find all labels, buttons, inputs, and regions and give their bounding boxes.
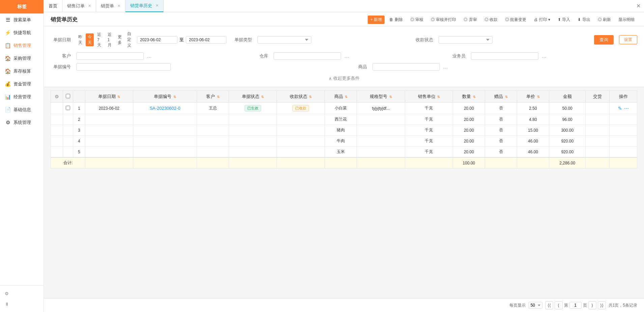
date-shortcut-7days[interactable]: 近7天	[95, 31, 104, 49]
collapse-arrow-icon: ∧	[329, 76, 332, 81]
customer-input[interactable]	[76, 52, 144, 60]
more-icon[interactable]: ⋯	[624, 106, 629, 111]
tab-sales-order-close[interactable]: ✕	[88, 4, 91, 8]
col-sales-unit[interactable]: 销售单位 ⇅	[405, 91, 453, 103]
payment-status-select[interactable]	[439, 36, 493, 44]
gear-icon[interactable]: ⚙	[55, 94, 59, 99]
sidebar-item-basic-info[interactable]: 📄 基础信息	[0, 103, 44, 116]
sidebar-item-inventory-calc[interactable]: 🏠 库存核算	[0, 65, 44, 78]
delete-button[interactable]: 🗑 删除	[387, 16, 405, 24]
cell-check[interactable]	[63, 125, 73, 136]
col-spec-type[interactable]: 规格型号 ⇅	[357, 91, 405, 103]
salesperson-input[interactable]	[471, 52, 538, 60]
doc-no-control	[76, 63, 341, 71]
tab-sales-goods-close[interactable]: ✕	[117, 4, 120, 8]
date-shortcut-1month[interactable]: 近1月	[106, 31, 115, 49]
export-button[interactable]: ⬇ 导出	[575, 16, 593, 24]
sidebar-item-search-menu[interactable]: ☰ 搜索菜单	[0, 14, 44, 26]
receive-button[interactable]: ◎ 收款	[482, 16, 500, 24]
tab-sales-history[interactable]: 销货单历史 ✕	[125, 0, 164, 12]
sidebar-item-purchase-mgmt[interactable]: 🏠 采购管理	[0, 52, 44, 65]
collapse-label: 收起更多条件	[333, 75, 360, 81]
sidebar-item-quick-nav[interactable]: ⚡ 快捷导航	[0, 26, 44, 39]
cell-customer	[197, 125, 229, 136]
page-size-select[interactable]: 50	[528, 302, 542, 309]
salesperson-dots[interactable]: ...	[540, 53, 548, 59]
page-last-button[interactable]: ⟩⟩	[598, 301, 606, 309]
summary-empty-12	[610, 157, 637, 168]
tab-sales-history-close[interactable]: ✕	[156, 3, 159, 8]
audit-print-button[interactable]: ◎ 审核并打印	[428, 16, 459, 24]
date-shortcut-more[interactable]: 更多	[116, 33, 124, 46]
date-end-input[interactable]	[186, 36, 226, 44]
query-button[interactable]: 查询	[594, 35, 614, 45]
cell-check[interactable]	[63, 114, 73, 125]
sidebar-item-sales-mgmt[interactable]: 📋 销售管理	[0, 39, 44, 52]
col-goods[interactable]: 商品 ⇅	[325, 91, 357, 103]
tabbar-right: ✕	[636, 3, 644, 9]
col-quantity[interactable]: 数量 ⇅	[453, 91, 485, 103]
sidebar-item-label: 资金管理	[13, 81, 31, 87]
date-shortcut-today[interactable]: 今天	[86, 33, 94, 46]
page-first-button[interactable]: ⟨⟨	[545, 301, 553, 309]
settings-button[interactable]: 设置	[619, 35, 637, 44]
summary-label: 合计:	[51, 157, 85, 168]
col-unit-price[interactable]: 单价 ⇅	[517, 91, 549, 103]
sidebar-item-system-mgmt[interactable]: ⚙ 系统管理	[0, 116, 44, 129]
import-button[interactable]: ⬆ 导入	[555, 16, 573, 24]
new-button[interactable]: + 新增	[368, 16, 385, 24]
sidebar-bottom-pause[interactable]: ⏸	[0, 299, 44, 309]
payment-status-badge: 已收款	[292, 105, 309, 111]
date-shortcut-custom[interactable]: 自定义	[125, 30, 135, 49]
page-next-button[interactable]: ⟩	[588, 301, 596, 309]
edit-icon[interactable]: ✎	[618, 106, 622, 111]
goods-input[interactable]	[372, 63, 440, 71]
sort-icon-qty: ⇅	[473, 95, 476, 99]
cell-sales-unit: 千克	[405, 103, 453, 114]
batch-change-button[interactable]: ◎ 批量变更	[502, 16, 529, 24]
doc-type-select[interactable]	[257, 36, 311, 44]
finance-mgmt-icon: 💰	[5, 81, 11, 87]
col-doc-date[interactable]: 单据日期 ⇅	[85, 91, 133, 103]
check-all[interactable]	[66, 94, 70, 98]
doc-no-input[interactable]	[76, 63, 171, 71]
cell-goods: 玉米	[325, 147, 357, 158]
row-checkbox[interactable]	[66, 106, 70, 110]
col-gift[interactable]: 赠品 ⇅	[485, 91, 517, 103]
cell-check[interactable]	[63, 103, 73, 114]
tab-sales-order[interactable]: 销售订单 ✕	[62, 0, 96, 12]
audit-button[interactable]: ◎ 审核	[408, 16, 426, 24]
doc-no-link[interactable]: SA-20230602-0	[149, 106, 180, 111]
tab-sales-goods[interactable]: 销货单 ✕	[96, 0, 125, 12]
print-button[interactable]: 🖨 打印 ▾	[531, 16, 553, 24]
tabbar-close-all[interactable]: ✕	[636, 3, 641, 9]
col-customer[interactable]: 客户 ⇅	[197, 91, 229, 103]
collapse-button[interactable]: ∧ 收起更多条件	[329, 74, 360, 83]
page-num-input[interactable]	[569, 302, 582, 309]
abandon-button[interactable]: ◎ 弃审	[461, 16, 479, 24]
warehouse-input[interactable]	[274, 52, 341, 60]
summary-empty-6	[325, 157, 357, 168]
cell-check[interactable]	[63, 136, 73, 147]
main-content: 首页 销售订单 ✕ 销货单 ✕ 销货单历史 ✕ ✕ 销货单历史 + 新增 🗑 删…	[44, 0, 644, 312]
cell-actions	[610, 147, 637, 158]
col-doc-status[interactable]: 单据状态 ⇅	[229, 91, 277, 103]
col-gear[interactable]: ⚙	[51, 91, 63, 103]
sidebar-bottom-settings[interactable]: ⚙	[0, 288, 44, 299]
goods-dots[interactable]: ...	[442, 64, 449, 70]
cell-check[interactable]	[63, 147, 73, 158]
date-start-input[interactable]	[137, 36, 177, 44]
tab-home[interactable]: 首页	[44, 0, 62, 12]
sidebar-item-finance-mgmt[interactable]: 💰 资金管理	[0, 78, 44, 90]
customer-dots[interactable]: ...	[146, 53, 153, 59]
sidebar-item-operation-mgmt[interactable]: 📊 经营管理	[0, 90, 44, 103]
page-prev-button[interactable]: ⟨	[555, 301, 563, 309]
tab-home-label: 首页	[49, 3, 57, 9]
show-detail-button[interactable]: 显示明细	[616, 16, 637, 24]
col-doc-no[interactable]: 单据编号 ⇅	[133, 91, 197, 103]
date-shortcut-yesterday[interactable]: 昨天	[76, 33, 84, 46]
refresh-button[interactable]: ◎ 刷新	[595, 16, 614, 24]
warehouse-dots[interactable]: ...	[343, 53, 350, 59]
col-payment-status[interactable]: 收款状态 ⇅	[277, 91, 325, 103]
date-control: 昨天 今天 近7天 近1月 更多 自定义 至	[76, 30, 226, 49]
